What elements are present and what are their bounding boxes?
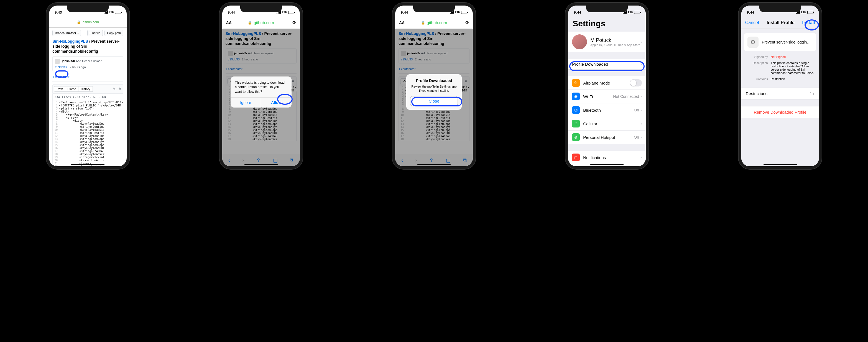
cell-label: Wi-Fi xyxy=(583,94,613,99)
notch xyxy=(67,5,108,12)
file-toolbar: Raw Blame History ✎ 🗑 xyxy=(52,84,123,94)
code-line: 10 <key>PayloadDis xyxy=(53,128,123,131)
code-line: 4<dict> xyxy=(53,110,123,113)
raw-button[interactable]: Raw xyxy=(54,86,65,92)
cell-label: Personal Hotspot xyxy=(583,135,634,140)
alert-message: This website is trying to download a con… xyxy=(230,76,291,97)
commit-hash[interactable]: c99db33 xyxy=(55,65,66,69)
settings-icon: ⟟ xyxy=(572,120,580,127)
reload-icon[interactable]: ⟳ xyxy=(292,20,296,25)
commit-box: jankais3r Add files via upload c99db33 2… xyxy=(52,56,123,71)
signed-by-value: Not Signed xyxy=(771,55,814,59)
cell-label: Cellular xyxy=(583,121,641,126)
safari-url-bar[interactable]: AA 🔒 github.com ⟳ xyxy=(395,17,473,29)
ignore-button[interactable]: Ignore xyxy=(230,98,261,107)
user-sub: Apple ID, iCloud, iTunes & App Store xyxy=(590,43,641,46)
commit-time: 2 hours ago xyxy=(69,65,86,69)
text-size-button[interactable]: AA xyxy=(399,21,405,25)
branch-button[interactable]: Branch: master xyxy=(52,30,81,36)
restrictions-cell[interactable]: Restrictions 1 › xyxy=(741,88,819,99)
url-text: github.com xyxy=(254,20,274,25)
commit-author[interactable]: jankais3r xyxy=(62,59,75,62)
settings-cell-notifications[interactable]: ◻Notifications› xyxy=(568,151,646,164)
avatar-icon xyxy=(55,59,60,64)
install-button[interactable]: Install xyxy=(802,20,815,25)
cell-label: Bluetooth xyxy=(583,108,634,113)
clock: 9:44 xyxy=(228,10,235,14)
code-line: 22 <key>allowAddin xyxy=(53,165,123,168)
profile-downloaded-cell[interactable]: Profile Downloaded › xyxy=(568,59,646,69)
chevron-icon: › xyxy=(641,169,642,169)
phone-4-settings: 9:44LTE Settings M Potuck Apple ID, iClo… xyxy=(565,3,649,169)
code-line: 19 <integer>1</int xyxy=(53,156,123,159)
cancel-button[interactable]: Cancel xyxy=(745,20,759,25)
contributor-link[interactable]: 1 contributor xyxy=(52,73,123,82)
lock-icon: 🔒 xyxy=(421,21,425,25)
settings-cell-personal-hotspot[interactable]: ⊕Personal HotspotOn› xyxy=(568,130,646,144)
page-title: Settings xyxy=(568,17,646,32)
cell-value: On xyxy=(634,108,639,112)
code-line: 13 <string>com.app xyxy=(53,137,123,141)
text-size-button[interactable]: AA xyxy=(226,21,232,25)
close-button[interactable]: Close xyxy=(410,96,458,106)
modal-overlay: This website is trying to download a con… xyxy=(222,29,300,166)
code-line: 9 <string>Configu xyxy=(53,125,123,128)
user-name: M Potuck xyxy=(590,37,641,43)
code-line: 6 <array> xyxy=(53,116,123,119)
phone-1-github-file: 9:43 LTE 🔒 github.com Branch: master Fin… xyxy=(46,3,129,169)
description-value: This profile contains a single restricti… xyxy=(771,61,814,74)
settings-cell-wi-fi[interactable]: ◉Wi-FiNot Connected› xyxy=(568,90,646,103)
home-indicator[interactable] xyxy=(590,164,624,165)
url-text: github.com xyxy=(83,20,99,24)
chevron-icon: › xyxy=(641,40,642,44)
blame-button[interactable]: Blame xyxy=(65,86,79,92)
cell-label: Airplane Mode xyxy=(583,81,630,85)
phone-2-download-prompt: 9:44 LTE AA 🔒 github.com ⟳ Siri-NoLoggin… xyxy=(219,3,303,169)
signed-by-row: Signed by Not Signed xyxy=(741,54,819,60)
settings-cell-bluetooth[interactable]: ⌬BluetoothOn› xyxy=(568,103,646,117)
avatar-icon xyxy=(572,34,587,49)
safari-url-bar[interactable]: AA 🔒 github.com ⟳ xyxy=(222,17,300,29)
allow-button[interactable]: Allow xyxy=(261,98,291,107)
contains-value: Restriction xyxy=(771,77,814,81)
apple-id-cell[interactable]: M Potuck Apple ID, iCloud, iTunes & App … xyxy=(568,32,646,52)
code-line: 7 <dict> xyxy=(53,119,123,122)
settings-icon: ◉ xyxy=(572,93,580,100)
code-line: 17 <string>F74CDA0 xyxy=(53,150,123,153)
file-info: 234 lines (233 sloc) 6.05 KB xyxy=(52,94,123,101)
download-alert: This website is trying to download a con… xyxy=(230,76,291,107)
settings-cell-cellular[interactable]: ⟟Cellular› xyxy=(568,117,646,130)
toggle-switch[interactable] xyxy=(630,79,642,87)
history-button[interactable]: History xyxy=(78,86,93,92)
downloaded-alert: Profile Downloaded Review the profile in… xyxy=(406,74,462,110)
code-line: 12 <key>PayloadIde xyxy=(53,134,123,137)
delete-icon[interactable]: 🗑 xyxy=(118,87,121,91)
edit-icon[interactable]: ✎ xyxy=(113,87,116,91)
remove-profile-button[interactable]: Remove Downloaded Profile xyxy=(741,106,819,118)
home-indicator[interactable] xyxy=(71,164,104,165)
reload-icon[interactable]: ⟳ xyxy=(465,20,469,25)
lock-icon: 🔒 xyxy=(248,21,252,25)
home-indicator[interactable] xyxy=(244,164,278,165)
code-line: 3<plist version="1.0"> xyxy=(53,107,123,110)
code-line: 20 <key>allowActiv xyxy=(53,159,123,162)
find-file-button[interactable]: Find file xyxy=(87,30,103,36)
contains-row: Contains Restriction xyxy=(741,76,819,82)
notch xyxy=(413,5,455,12)
chevron-icon: › xyxy=(641,135,642,139)
settings-cell-airplane-mode[interactable]: ✈Airplane Mode xyxy=(568,76,646,90)
code-line: 11 <string>Restric xyxy=(53,131,123,134)
commit-message: Add files via upload xyxy=(76,59,102,62)
home-indicator[interactable] xyxy=(417,164,451,165)
nav-bar: Cancel Install Profile Install xyxy=(741,17,819,29)
nav-title: Install Profile xyxy=(767,20,794,25)
safari-url-bar[interactable]: 🔒 github.com xyxy=(49,17,127,28)
code-line: 14 <key>PayloadTyp xyxy=(53,141,123,144)
github-content: Branch: master Find file Copy path Siri-… xyxy=(49,28,127,169)
repo-link[interactable]: Siri-NoLoggingPLS xyxy=(52,39,88,43)
lock-icon: 🔒 xyxy=(77,20,81,24)
profile-card: ⚙ Prevent server-side logging of Si... xyxy=(744,33,816,51)
phone-5-install-profile: 9:44LTE Cancel Install Profile Install ⚙… xyxy=(739,3,822,169)
home-indicator[interactable] xyxy=(764,164,797,165)
copy-path-button[interactable]: Copy path xyxy=(104,30,123,36)
